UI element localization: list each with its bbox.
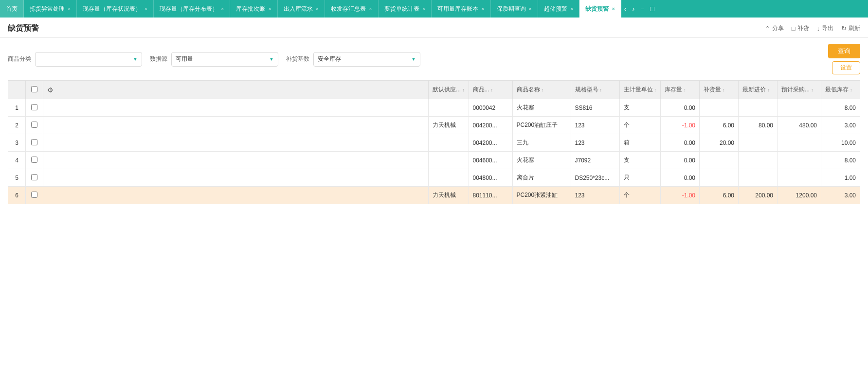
th-name[interactable]: 商品名称 ↕	[512, 81, 571, 99]
tab-close-batch-account[interactable]: ×	[268, 6, 271, 12]
settings-button[interactable]: 设置	[832, 61, 860, 74]
tab-close-inout-flow[interactable]: ×	[316, 6, 319, 12]
cell-price-4	[739, 169, 778, 187]
cell-supplier-3	[428, 152, 469, 169]
cell-supplier-5: 力天机械	[428, 187, 469, 204]
header-actions: ⇑ 分享 □ 补货 ↓ 导出 ↻ 刷新	[765, 24, 860, 33]
category-select[interactable]: ▼	[35, 52, 142, 67]
tab-inventory-status[interactable]: 现存量（库存状况表） ×	[77, 0, 153, 18]
cell-name-0: 火花塞	[512, 99, 571, 117]
cell-checkbox-3[interactable]	[26, 152, 43, 169]
cell-checkbox-5[interactable]	[26, 187, 43, 204]
share-label: 分享	[772, 24, 784, 33]
settings-gear-icon[interactable]: ⚙	[47, 86, 54, 94]
tab-picking-exception[interactable]: 拣货异常处理 ×	[24, 0, 77, 18]
cell-settings-5	[43, 187, 429, 204]
category-label: 商品分类	[8, 55, 31, 63]
replenish-action[interactable]: □ 补货	[792, 24, 809, 33]
cell-checkbox-0[interactable]	[26, 99, 43, 117]
share-icon: ⇑	[765, 25, 770, 32]
sort-code-icon: ↕	[491, 88, 493, 92]
datasource-select-value: 可用量	[176, 55, 193, 63]
cell-code-1: 004200...	[469, 117, 512, 134]
cell-minstock-2: 10.00	[821, 134, 860, 152]
row-checkbox-4[interactable]	[31, 174, 37, 180]
cell-checkbox-1[interactable]	[26, 117, 43, 134]
cell-spec-3: J7092	[571, 152, 619, 169]
datasource-select[interactable]: 可用量 ▼	[171, 52, 278, 67]
th-minstock[interactable]: 最低库存 ↕	[821, 81, 860, 99]
tab-expiry-query[interactable]: 保质期查询 ×	[491, 0, 538, 18]
filter-area: 商品分类 ▼ 数据源 可用量 ▼ 补货基数 安全库存 ▼ 查询 设置	[0, 38, 868, 80]
cell-spec-5: 123	[571, 187, 619, 204]
tab-available-ledger[interactable]: 可用量库存账本 ×	[432, 0, 490, 18]
tab-inout-flow[interactable]: 出入库流水 ×	[278, 0, 325, 18]
table-row: 6 力天机械 801110... PC200张紧油缸 123 个 -1.00 6…	[8, 187, 860, 204]
replenish-select-value: 安全库存	[318, 55, 341, 63]
tab-close-picking-exception[interactable]: ×	[68, 6, 71, 12]
cell-code-4: 004800...	[469, 169, 512, 187]
table-body: 1 0000042 火花塞 SS816 支 0.00 8.00 2 力天机械 0…	[8, 99, 860, 204]
th-code[interactable]: 商品... ↕	[469, 81, 512, 99]
cell-name-1: PC200油缸庄子	[512, 117, 571, 134]
row-checkbox-0[interactable]	[31, 104, 37, 110]
tab-nav-next[interactable]: ›	[629, 0, 637, 18]
cell-estimate-5: 1200.00	[778, 187, 821, 204]
filter-right-buttons: 查询 设置	[828, 44, 860, 74]
th-settings: ⚙	[43, 81, 429, 99]
cell-checkbox-2[interactable]	[26, 134, 43, 152]
tab-close-inventory-dist[interactable]: ×	[221, 6, 224, 12]
cell-checkbox-4[interactable]	[26, 169, 43, 187]
cell-price-3	[739, 152, 778, 169]
tab-maximize[interactable]: □	[647, 0, 657, 18]
row-checkbox-2[interactable]	[31, 139, 37, 145]
tab-nav-prev[interactable]: ‹	[621, 0, 630, 18]
row-checkbox-3[interactable]	[31, 157, 37, 163]
replenish-select[interactable]: 安全库存 ▼	[313, 52, 420, 67]
cell-replenish-5: 6.00	[700, 187, 739, 204]
tab-requisition-stats[interactable]: 要货单统计表 ×	[379, 0, 432, 18]
tab-overstock-warning[interactable]: 超储预警 ×	[538, 0, 579, 18]
tab-close-available-ledger[interactable]: ×	[481, 6, 484, 12]
select-all-checkbox[interactable]	[31, 86, 37, 92]
cell-name-2: 三九	[512, 134, 571, 152]
tab-close-receipt-summary[interactable]: ×	[369, 6, 372, 12]
tab-minimize[interactable]: −	[637, 0, 647, 18]
tab-close-inventory-status[interactable]: ×	[144, 6, 147, 12]
tab-inventory-dist[interactable]: 现存量（库存分布表） ×	[154, 0, 230, 18]
refresh-action[interactable]: ↻ 刷新	[841, 24, 860, 33]
tab-receipt-summary[interactable]: 收发存汇总表 ×	[325, 0, 378, 18]
row-checkbox-5[interactable]	[31, 192, 37, 198]
th-supplier[interactable]: 默认供应... ↕	[428, 81, 469, 99]
cell-minstock-0: 8.00	[821, 99, 860, 117]
sort-minstock-icon: ↕	[850, 88, 852, 92]
tab-shortage-warning[interactable]: 缺货预警 ×	[579, 0, 621, 18]
row-checkbox-1[interactable]	[31, 122, 37, 128]
cell-replenish-0	[700, 99, 739, 117]
tab-close-expiry-query[interactable]: ×	[529, 6, 532, 12]
export-action[interactable]: ↓ 导出	[817, 24, 834, 33]
cell-index-5: 6	[8, 187, 26, 204]
th-unit[interactable]: 主计量单位 ↕	[619, 81, 661, 99]
tab-close-requisition-stats[interactable]: ×	[422, 6, 425, 12]
cell-price-1: 80.00	[739, 117, 778, 134]
cell-index-0: 1	[8, 99, 26, 117]
th-spec[interactable]: 规格型号 ↕	[571, 81, 619, 99]
share-action[interactable]: ⇑ 分享	[765, 24, 784, 33]
table-row: 3 004200... 三九 123 箱 0.00 20.00 10.00	[8, 134, 860, 152]
th-stock[interactable]: 库存量 ↕	[661, 81, 700, 99]
cell-minstock-4: 1.00	[821, 169, 860, 187]
cell-code-2: 004200...	[469, 134, 512, 152]
cell-stock-5: -1.00	[661, 187, 700, 204]
tab-close-shortage-warning[interactable]: ×	[612, 6, 615, 12]
th-replenish[interactable]: 补货量 ↕	[700, 81, 739, 99]
tab-batch-account[interactable]: 库存批次账 ×	[230, 0, 277, 18]
th-price[interactable]: 最新进价 ↕	[739, 81, 778, 99]
cell-stock-4: 0.00	[661, 169, 700, 187]
th-estimate[interactable]: 预计采购... ↕	[778, 81, 821, 99]
page-title: 缺货预警	[8, 23, 39, 34]
refresh-icon: ↻	[841, 25, 847, 32]
tab-home[interactable]: 首页	[0, 0, 24, 18]
tab-close-overstock-warning[interactable]: ×	[570, 6, 573, 12]
query-button[interactable]: 查询	[828, 44, 860, 58]
